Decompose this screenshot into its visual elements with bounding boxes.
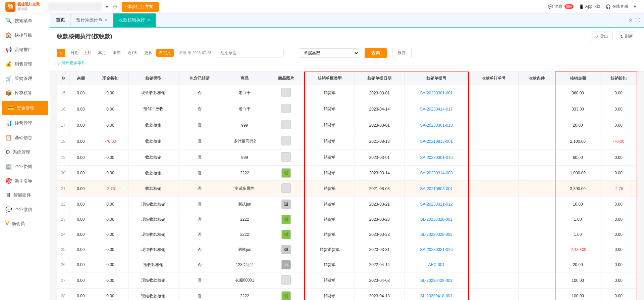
sidebar-item-business[interactable]: 📊 经营管理 <box>0 116 50 130</box>
cancel-doc-link[interactable]: SA-20230301-001 <box>420 91 452 95</box>
cell-rownum: 26 <box>57 257 69 272</box>
sidebar-item-enterprise[interactable]: 🏢 企业协同 <box>0 159 50 174</box>
table-row: 15 0.00 0.00 现金收款核销 否 老白干 销货单 2023-03-01… <box>57 85 637 101</box>
tab-cancel[interactable]: 收款核销执行 ✕ <box>113 13 156 27</box>
cancel-doc-link[interactable]: SL-20230408-001 <box>420 278 452 283</box>
sidebar-item-search[interactable]: 🔍 搜索菜单 <box>0 13 50 28</box>
cell-include-settled: 否 <box>178 149 221 166</box>
cell-include-settled: 否 <box>178 242 221 257</box>
cell-include-settled: 否 <box>178 166 221 181</box>
cell-rownum: 19 <box>57 149 69 166</box>
cancel-doc-link[interactable]: SA-20230321-012 <box>420 202 452 207</box>
cell-cancel-type: 现结收款核销 <box>128 242 178 257</box>
partner-input[interactable] <box>217 49 284 57</box>
sidebar-item-system[interactable]: ⚙ 系统管理 <box>0 145 50 159</box>
settings-col-icon[interactable]: ⚙ <box>61 76 65 81</box>
refresh-button[interactable]: ↻ 刷新 <box>616 32 637 41</box>
sidebar-item-basic[interactable]: 📋 基础信息 <box>0 130 50 145</box>
date-btn-last-month[interactable]: 上月 <box>80 49 94 57</box>
tab-maximize-button[interactable]: ⛶ <box>635 17 640 23</box>
cell-receipt-order-no <box>469 181 519 197</box>
tab-home[interactable]: 首页 <box>50 13 71 27</box>
app-download-item[interactable]: 📱 App下载 <box>579 4 600 9</box>
setting-button[interactable]: 设置 <box>392 48 412 58</box>
sidebar-item-hardware[interactable]: 🖥 智能硬件 <box>0 188 50 202</box>
sidebar-item-nav[interactable]: 🏠 快捷导航 <box>0 28 50 42</box>
sidebar-item-wechat[interactable]: 💬 企业微信 <box>0 202 50 217</box>
cell-product: 2222 <box>221 212 268 227</box>
cell-cancel-discount: 0.00 <box>600 257 637 272</box>
sidebar-item-purchase[interactable]: 🛒 采购管理 <box>0 71 50 86</box>
date-btn-more[interactable]: 更多 <box>142 49 155 57</box>
cell-cash-discount: 0.00 <box>92 117 128 133</box>
cell-receipt-order-no <box>469 166 519 181</box>
tab-close-button[interactable]: ✕ <box>629 17 633 23</box>
expand-more[interactable]: ∨ 展开更多条件 <box>57 58 637 68</box>
cell-balance: 0.00 <box>69 133 92 149</box>
tab-close-prepay[interactable]: ✕ <box>104 18 108 23</box>
cell-cancel-doc-date: 2023-03-21 <box>355 197 404 212</box>
date-btn-this-year[interactable]: 本年 <box>110 49 123 57</box>
sidebar-item-funds[interactable]: 💳 资金管理 <box>2 101 48 115</box>
cell-include-settled: 否 <box>178 181 221 197</box>
cell-product-img <box>268 181 305 197</box>
cancel-doc-link[interactable]: ABC-001 <box>428 262 445 267</box>
search-input[interactable] <box>48 3 102 11</box>
cell-receipt-condition <box>519 117 555 133</box>
cancel-doc-link[interactable]: SA-20230301-010 <box>420 123 452 128</box>
cancel-doc-link[interactable]: SA-20230414-017 <box>420 107 452 112</box>
cell-balance: 0.00 <box>69 101 92 117</box>
messages-item[interactable]: 💬 消息 99+ <box>548 4 574 9</box>
date-btn-7days[interactable]: 近7天 <box>125 49 141 57</box>
settings-icon[interactable]: ⚙ <box>112 3 118 10</box>
cell-cancel-type: 现结收款核销 <box>128 272 178 289</box>
cell-cancel-doc-date: 2023-04-14 <box>355 101 404 117</box>
sidebar-item-inventory[interactable]: 📦 库存核算 <box>0 86 50 100</box>
sidebar-item-sales[interactable]: 💰 销售管理 <box>0 57 50 71</box>
dropdown-icon[interactable]: ▾ <box>106 3 108 10</box>
cell-cancel-doc-no: SL-20230328-001 <box>404 212 468 227</box>
sidebar-item-marketing[interactable]: 📢 营销推广 <box>0 42 50 57</box>
col-header-icon[interactable]: ⚙ <box>57 72 69 85</box>
cell-cancel-amount: 100.00 <box>555 289 600 300</box>
cancel-doc-link[interactable]: SA-20210808-001 <box>420 186 452 191</box>
table-container[interactable]: ⚙ 余额 现金折扣 核销类型 包含已结清 商品 商品图片 核销单据类型 核销单据… <box>50 72 644 300</box>
cell-product-img: 🏢 <box>268 257 305 272</box>
table-row: 23 0.00 0.00 现结收款核销 否 2222 🌿 销货单 2023-03… <box>57 212 637 227</box>
cell-product-img: 🌿 <box>268 227 305 242</box>
cell-cancel-discount: 0.00 <box>600 166 637 181</box>
export-button[interactable]: ↗ 导出 <box>591 32 612 41</box>
cell-cash-discount: 0.00 <box>92 242 128 257</box>
date-filter: 日期 上月 本月 本年 近7天 更多 自定义 <box>70 49 174 57</box>
product-thumbnail <box>281 136 291 145</box>
cell-balance: 0.00 <box>69 242 92 257</box>
solution-button[interactable]: 体验行业方案 <box>122 2 159 12</box>
message-icon: 💬 <box>548 4 553 9</box>
cell-include-settled: 否 <box>178 117 221 133</box>
doc-type-select[interactable]: 单据类型 <box>299 48 359 58</box>
date-btn-this-month[interactable]: 本月 <box>95 49 109 57</box>
cancel-doc-link[interactable]: SA-20210813-001 <box>420 139 452 144</box>
tab-close-cancel[interactable]: ✕ <box>147 18 150 23</box>
cancel-doc-link[interactable]: SL-20230418-001 <box>420 294 452 298</box>
online-service-item[interactable]: 🎧 在线客服 <box>606 4 628 9</box>
cancel-doc-link[interactable]: SL-20230328-001 <box>420 217 452 222</box>
sidebar-item-guide[interactable]: 🎯 新手引导 <box>0 174 50 188</box>
cell-cancel-doc-no: SA-20230301-010 <box>404 149 468 166</box>
cell-rownum: 23 <box>57 212 69 227</box>
cancel-doc-link[interactable]: SA-20230331-026 <box>420 247 452 252</box>
product-thumbnail <box>281 152 291 162</box>
filter-expand-btn[interactable]: » <box>57 49 65 57</box>
table-row: 16 0.00 0.00 预付冲应收 否 老白干 销货单 2023-04-14 … <box>57 101 637 117</box>
cancel-doc-link[interactable]: SA-20230301-010 <box>420 155 452 160</box>
inventory-icon: 📦 <box>5 90 12 96</box>
sidebar-item-member[interactable]: V 畅会员 <box>0 217 50 231</box>
query-button[interactable]: 查询 <box>365 48 387 58</box>
cancel-doc-link[interactable]: SL-20230328-002 <box>420 232 452 237</box>
cancel-doc-link[interactable]: SA-20230314-008 <box>420 171 452 175</box>
col-header-include-settled: 包含已结清 <box>178 72 221 85</box>
date-btn-custom[interactable]: 自定义 <box>156 49 174 57</box>
user-item[interactable]: Rit <box>634 4 639 9</box>
tab-prepay[interactable]: 预付冲应付单 ✕ <box>71 13 113 27</box>
cell-product-img <box>268 149 305 166</box>
